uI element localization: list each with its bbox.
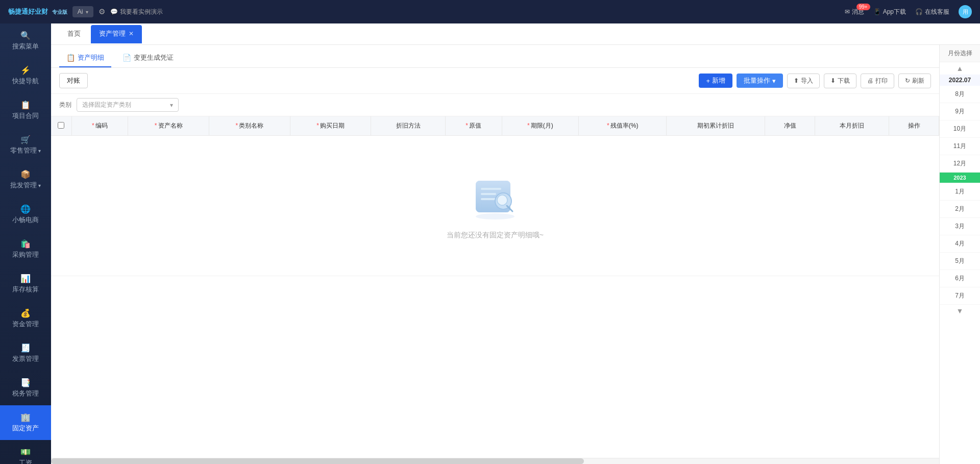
month-picker-header: 月份选择 <box>940 45 980 62</box>
month-item-2023-3[interactable]: 3月 <box>940 218 980 235</box>
sidebar-item-inventory[interactable]: 📊库存核算 <box>0 266 51 301</box>
table-header-row: *编码 *资产名称 *类别名称 *购买日期 折旧方法 *原值 *期限(月) *残… <box>51 116 939 136</box>
tab-home[interactable]: 首页 <box>59 25 89 43</box>
col-code: *编码 <box>71 116 128 136</box>
toolbar-left: 对账 <box>59 73 88 88</box>
online-service-button[interactable]: 🎧 在线客服 <box>915 8 949 16</box>
col-monthdepreciation: 本月折旧 <box>815 116 889 136</box>
sidebar-item-invoice[interactable]: 🧾发票管理 <box>0 336 51 371</box>
print-button[interactable]: 🖨 打印 <box>861 74 894 88</box>
col-depreciation: 折旧方法 <box>371 116 445 136</box>
empty-text: 当前您还没有固定资产明细哦~ <box>447 231 544 240</box>
sidebar-item-label: 小畅电商 <box>4 215 47 225</box>
month-item-9[interactable]: 9月 <box>940 103 980 120</box>
svg-rect-3 <box>481 188 501 190</box>
main-content: 📋 资产明细 📄 变更生成凭证 对账 + <box>51 45 939 464</box>
app-edition: 专业版 <box>52 9 67 15</box>
month-item-2023-1[interactable]: 1月 <box>940 183 980 201</box>
month-item-8[interactable]: 8月 <box>940 86 980 103</box>
svg-point-0 <box>476 213 514 219</box>
menu-icon: 💵 <box>4 447 47 457</box>
month-nav-down-icon[interactable]: ▼ <box>957 307 964 315</box>
month-item-12[interactable]: 12月 <box>940 155 980 173</box>
subtab-changevoucher[interactable]: 📄 变更生成凭证 <box>115 50 181 67</box>
col-assetname: *资产名称 <box>128 116 209 136</box>
col-categoryname: *类别名称 <box>209 116 290 136</box>
batch-button[interactable]: 批量操作 ▾ <box>737 74 783 88</box>
top-bar-right: ✉ 消息 99+ 📱 App下载 🎧 在线客服 用 <box>845 5 972 18</box>
menu-icon: 📦 <box>4 169 47 179</box>
menu-icon: 🛒 <box>4 135 47 144</box>
menu-icon: 💰 <box>4 308 47 318</box>
sidebar-item-search[interactable]: 🔍搜索菜单 <box>0 23 51 58</box>
menu-icon: 📊 <box>4 274 47 283</box>
service-icon: 🎧 <box>915 8 923 15</box>
month-item-10[interactable]: 10月 <box>940 120 980 138</box>
menu-icon: 🧾 <box>4 343 47 353</box>
year-2023-label: 2023 <box>940 173 980 183</box>
top-bar-left: 畅捷通好业财 专业版 Ai ▾ ⚙ 💬 我要看实例演示 <box>8 6 163 17</box>
month-item-2023-2[interactable]: 2月 <box>940 201 980 218</box>
subtab-assetdetail-label: 资产明细 <box>78 53 104 62</box>
user-avatar[interactable]: 用 <box>959 5 972 18</box>
sidebar-item-retail[interactable]: 🛒零售管理▾ <box>0 128 51 162</box>
menu-icon: 📑 <box>4 378 47 387</box>
settings-icon[interactable]: ⚙ <box>99 7 105 16</box>
month-nav-up-icon[interactable]: ▲ <box>957 64 964 72</box>
sidebar-item-label: 库存核算 <box>4 285 47 294</box>
company-selector[interactable]: Ai ▾ <box>72 6 94 17</box>
col-netvalue: 净值 <box>765 116 815 136</box>
empty-illustration <box>464 172 526 223</box>
month-item-2023-7[interactable]: 7月 <box>940 287 980 305</box>
sidebar-item-salary[interactable]: 💵工资 <box>0 440 51 464</box>
app-download-button[interactable]: 📱 App下载 <box>873 8 906 16</box>
month-item-2023-5[interactable]: 5月 <box>940 253 980 270</box>
category-select[interactable]: 选择固定资产类别 ▾ <box>77 98 179 112</box>
sidebar-item-fixedassets[interactable]: 🏢固定资产 <box>0 405 51 440</box>
add-button[interactable]: + 新增 <box>699 74 732 88</box>
download-label: 下载 <box>838 77 850 85</box>
sidebar-item-project[interactable]: 📋项目合同 <box>0 93 51 128</box>
month-picker-panel: 月份选择 ▲ 2022.07 8月 9月 10月 11月 12月 2023 1月… <box>939 45 980 464</box>
print-label: 打印 <box>875 77 888 85</box>
page-body: 📋 资产明细 📄 变更生成凭证 对账 + <box>51 45 980 464</box>
tab-bar: 首页 资产管理 ✕ <box>51 23 980 45</box>
scrollbar-thumb <box>51 458 584 464</box>
sidebar-item-purchase[interactable]: 🛍️采购管理 <box>0 232 51 266</box>
download-button[interactable]: ⬇ 下载 <box>824 74 856 88</box>
current-year-label[interactable]: 2022.07 <box>940 75 980 86</box>
col-residualrate: *残值率(%) <box>579 116 667 136</box>
month-item-2023-6[interactable]: 6月 <box>940 270 980 287</box>
col-purchasedate: *购买日期 <box>290 116 371 136</box>
toolbar-right: + 新增 批量操作 ▾ ⬆ 导入 ⬇ 下载 <box>699 74 931 88</box>
sidebar-item-tax[interactable]: 📑税务管理 <box>0 371 51 405</box>
sidebar-item-finance[interactable]: 💰资金管理 <box>0 301 51 336</box>
company-name: Ai <box>78 8 83 15</box>
category-chevron-icon: ▾ <box>170 102 173 109</box>
batch-label: 批量操作 <box>744 76 770 85</box>
subtab-assetdetail[interactable]: 📋 资产明细 <box>59 50 111 67</box>
arrow-icon: ▾ <box>38 148 41 154</box>
message-button[interactable]: ✉ 消息 99+ <box>845 8 864 16</box>
demo-link[interactable]: 💬 我要看实例演示 <box>110 8 163 16</box>
tab-assetmanage[interactable]: 资产管理 ✕ <box>91 25 142 43</box>
import-button[interactable]: ⬆ 导入 <box>787 74 820 88</box>
sidebar-item-wholesale[interactable]: 📦批发管理▾ <box>0 162 51 197</box>
month-item-11[interactable]: 11月 <box>940 138 980 155</box>
menu-icon: 📋 <box>4 100 47 110</box>
app-logo: 畅捷通好业财 专业版 <box>8 7 67 16</box>
select-all-checkbox[interactable] <box>58 122 64 129</box>
month-nav-bottom: ▼ <box>940 305 980 317</box>
sidebar-item-label: 采购管理 <box>4 250 47 259</box>
sidebar-item-label: 搜索菜单 <box>4 42 47 51</box>
table-container: *编码 *资产名称 *类别名称 *购买日期 折旧方法 *原值 *期限(月) *残… <box>51 116 939 458</box>
tab-close-icon[interactable]: ✕ <box>129 30 134 37</box>
category-placeholder: 选择固定资产类别 <box>82 101 131 109</box>
refresh-button[interactable]: ↻ 刷新 <box>898 74 931 88</box>
month-item-2023-4[interactable]: 4月 <box>940 235 980 253</box>
reconcile-button[interactable]: 对账 <box>59 73 88 88</box>
scrollbar-area[interactable] <box>51 458 939 464</box>
sidebar-item-quicknav[interactable]: ⚡快捷导航 <box>0 58 51 93</box>
sidebar-item-ecommerce[interactable]: 🌐小畅电商 <box>0 197 51 232</box>
month-nav: ▲ <box>940 62 980 75</box>
